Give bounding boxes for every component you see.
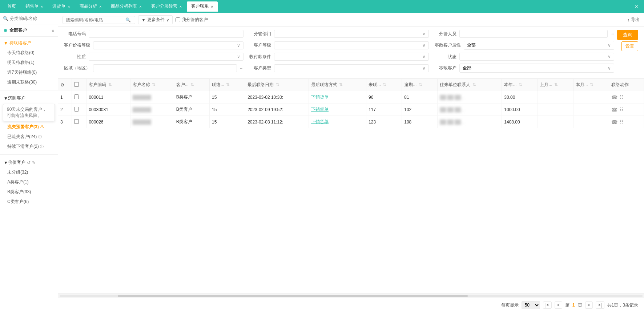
col-last-month[interactable]: 上月... ⇅	[538, 79, 573, 91]
col-this-month[interactable]: 本月... ⇅	[573, 79, 609, 91]
tab-customer-tier[interactable]: 客户分层经营 ×	[147, 1, 186, 12]
phone-input[interactable]	[89, 30, 243, 38]
tab-purchase-close[interactable]: ×	[68, 4, 70, 9]
sidebar-group-pending-title[interactable]: ▼ 待联络客户	[0, 38, 58, 48]
sidebar-item-declining[interactable]: 持续下滑客户(2) ⓘ	[0, 142, 58, 151]
tab-home[interactable]: 首页	[3, 1, 20, 12]
setting-button[interactable]: 设置	[621, 41, 638, 51]
sidebar-item-today[interactable]: 今天待联络(0)	[0, 48, 58, 58]
sidebar-item-overdue[interactable]: 逾期未联络(30)	[0, 77, 58, 87]
region-dots-icon[interactable]: ···	[240, 66, 243, 71]
col-unit-contact[interactable]: 往来单位联系人 ⇅	[438, 79, 502, 91]
sidebar-item-7days[interactable]: 近7天待联络(0)	[0, 68, 58, 77]
region-input[interactable]	[93, 64, 237, 72]
col-last-way[interactable]: 最后联络方式 ⇅	[309, 79, 366, 91]
filter-customer-type: 客户类型 ∨	[249, 64, 429, 72]
row-last-date: 2023-02-09 19:52:	[245, 104, 309, 116]
tab-analysis-close[interactable]: ×	[99, 4, 101, 9]
sidebar-item-churn-warning[interactable]: 流失预警客户(3) ⚠	[0, 122, 58, 132]
select-all-checkbox[interactable]	[74, 82, 79, 87]
price-level-select[interactable]: ∨	[93, 41, 243, 49]
chevron-down-icon2: ∨	[422, 31, 426, 36]
row-last-way[interactable]: 下销货单	[309, 104, 366, 116]
col-uncontacted[interactable]: 未联... ⇅	[366, 79, 402, 91]
more-action-icon[interactable]: ⠿	[620, 94, 623, 100]
sidebar-group-value-title[interactable]: ▼ 价值客户 ↺ ✎	[0, 158, 58, 167]
payment-select[interactable]: ∨	[274, 53, 429, 61]
sidebar-item-class-b[interactable]: B类客户(33)	[0, 187, 58, 197]
export-button[interactable]: ↑ 导出	[627, 17, 640, 23]
zero-customer-select[interactable]: 全部 ∨	[459, 64, 614, 73]
tab-analysis[interactable]: 商品分析 ×	[75, 1, 106, 12]
tab-customer-contact-close[interactable]: ×	[211, 4, 213, 9]
col-overdue[interactable]: 逾期... ⇅	[402, 79, 438, 91]
collapse-icon[interactable]: «	[52, 28, 54, 33]
row-overdue: 108	[402, 116, 438, 128]
toolbar: 🔍 ▼ 更多条件 ∨ 我分管的客户 ↑ 导出	[58, 13, 644, 27]
person-input[interactable]	[459, 30, 608, 38]
my-customers-checkbox-label[interactable]: 我分管的客户	[176, 17, 208, 23]
col-contact[interactable]: 联络... ⇅	[210, 79, 245, 91]
zero-attr-select[interactable]: 全部 ∨	[464, 41, 614, 50]
tab-customer-tier-close[interactable]: ×	[180, 4, 182, 9]
status-select[interactable]: ∨	[459, 53, 614, 61]
sort-icon-overdue: ⇅	[419, 82, 422, 87]
col-last-date[interactable]: 最后联络日期 ⇅	[245, 79, 309, 91]
first-page-button[interactable]: |<	[543, 301, 552, 309]
col-settings[interactable]: ⚙	[58, 79, 72, 91]
row-checkbox-cell[interactable]	[72, 91, 86, 104]
tab-sales[interactable]: 销售单 ×	[21, 1, 47, 12]
contact-action-icon[interactable]: ☎	[611, 94, 617, 100]
sidebar-item-churned[interactable]: 已流失客户(24) ⓘ	[0, 132, 58, 142]
dept-select[interactable]: ∨	[274, 30, 429, 38]
customer-level-select[interactable]: ∨	[274, 41, 429, 49]
row-checkbox-cell[interactable]	[72, 116, 86, 128]
prev-page-button[interactable]: <	[555, 301, 562, 309]
tab-sales-close[interactable]: ×	[41, 4, 43, 9]
row-checkbox[interactable]	[74, 119, 79, 124]
col-checkbox-all[interactable]	[72, 79, 86, 91]
tab-customer-contact[interactable]: 客户联系 ×	[187, 1, 217, 12]
tab-analysis-list[interactable]: 商品分析列表 ×	[106, 1, 146, 12]
row-checkbox-cell[interactable]	[72, 104, 86, 116]
more-dots-icon[interactable]: ···	[611, 31, 614, 36]
sidebar-search-input[interactable]	[10, 16, 58, 21]
sort-icon-code: ⇅	[108, 82, 112, 87]
sidebar-group-dormant-title[interactable]: ▼ 沉睡客户	[0, 93, 58, 103]
gender-select[interactable]: ∨	[89, 53, 243, 61]
more-action-icon[interactable]: ⠿	[620, 119, 623, 125]
sidebar-search-icon: 🔍	[3, 16, 8, 21]
sidebar-item-class-c[interactable]: C类客户(6)	[0, 197, 58, 207]
col-this-year[interactable]: 本年... ⇅	[502, 79, 538, 91]
contact-action-icon[interactable]: ☎	[611, 119, 617, 125]
query-button[interactable]: 查询	[617, 30, 638, 40]
row-checkbox[interactable]	[74, 94, 79, 99]
edit-icon[interactable]: ✎	[32, 160, 36, 165]
all-customers-header[interactable]: ⊞ 全部客户 «	[0, 24, 58, 37]
search-input[interactable]	[66, 17, 124, 23]
horizontal-scrollbar[interactable]	[58, 293, 644, 298]
col-type[interactable]: 客户... ⇅	[174, 79, 209, 91]
row-last-way[interactable]: 下销货单	[309, 116, 366, 128]
my-customers-checkbox[interactable]	[176, 17, 180, 22]
contact-action-icon[interactable]: ☎	[611, 107, 617, 113]
col-code[interactable]: 客户编码 ⇅	[86, 79, 130, 91]
refresh-icon[interactable]: ↺	[27, 160, 31, 165]
filter-button[interactable]: ▼ 更多条件 ∨	[138, 15, 173, 24]
customer-type-select[interactable]: ∨	[274, 64, 429, 72]
sidebar-item-tomorrow[interactable]: 明天待联络(1)	[0, 58, 58, 68]
row-checkbox[interactable]	[74, 107, 79, 112]
sidebar-item-class-a[interactable]: A类客户(1)	[0, 177, 58, 187]
sidebar-item-ungrouped[interactable]: 未分组(32)	[0, 167, 58, 177]
tab-analysis-list-close[interactable]: ×	[139, 4, 141, 9]
more-action-icon[interactable]: ⠿	[620, 107, 623, 113]
scrollbar-thumb[interactable]	[118, 295, 467, 297]
search-button-icon[interactable]: 🔍	[125, 17, 131, 23]
col-name[interactable]: 客户名称 ⇅	[130, 79, 174, 91]
last-page-button[interactable]: >|	[596, 301, 604, 309]
next-page-button[interactable]: >	[585, 301, 593, 309]
page-size-select[interactable]: 50 100	[522, 301, 540, 309]
row-last-way[interactable]: 下销货单	[309, 91, 366, 104]
tab-purchase[interactable]: 进货单 ×	[48, 1, 74, 12]
window-close-button[interactable]: ×	[632, 3, 641, 10]
